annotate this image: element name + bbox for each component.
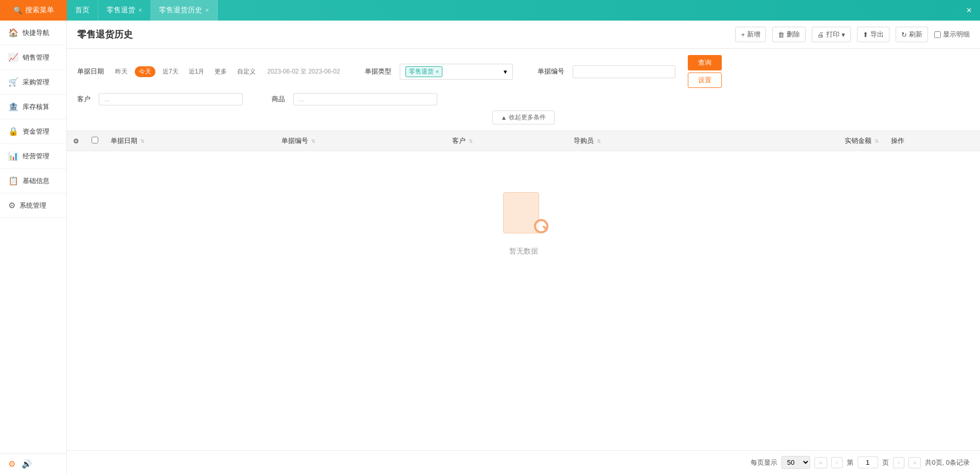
- delete-button[interactable]: 🗑 删除: [772, 27, 806, 42]
- table-header-row: ⚙ 单据日期 ⇅ 单据编号 ⇅ 客户: [67, 131, 980, 151]
- export-icon: ⬆: [863, 31, 868, 39]
- tab-retail-return[interactable]: 零售退货 ×: [98, 0, 151, 21]
- doc-shape: [503, 192, 539, 233]
- table-col-guide[interactable]: 导购员 ⇅: [567, 131, 714, 151]
- sidebar-item-finance[interactable]: 🔒 资金管理: [0, 119, 66, 144]
- table-col-number-sort-icon: ⇅: [311, 138, 315, 144]
- date-btn-today[interactable]: 今天: [135, 66, 155, 77]
- table-area: ⚙ 单据日期 ⇅ 单据编号 ⇅ 客户: [67, 131, 980, 450]
- last-page-button[interactable]: »: [908, 457, 921, 468]
- refresh-icon: ↻: [901, 31, 907, 39]
- tab-retail-return-label: 零售退货: [106, 6, 135, 15]
- filter-actions: 查询 设置: [684, 55, 722, 88]
- print-button[interactable]: 🖨 打印 ▾: [812, 27, 851, 42]
- date-btn-custom[interactable]: 自定义: [234, 66, 259, 77]
- customer-selector[interactable]: ...: [99, 93, 243, 105]
- table-col-customer-label: 客户: [452, 137, 466, 144]
- page-header: 零售退货历史 + 新增 🗑 删除 🖨 打印 ▾ ⬆ 导出: [67, 21, 980, 49]
- type-tag-remove[interactable]: ×: [436, 68, 439, 75]
- sidebar-item-operations-label: 经营管理: [23, 152, 49, 161]
- table-col-amount-label: 实销金额: [845, 137, 871, 144]
- prev-page-button[interactable]: ‹: [831, 457, 843, 468]
- sidebar-item-sales[interactable]: 📈 销售管理: [0, 45, 66, 70]
- goods-filter-label: 商品: [272, 95, 285, 104]
- table-col-customer[interactable]: 客户 ⇅: [446, 131, 567, 151]
- page-title: 零售退货历史: [77, 28, 133, 41]
- sales-icon: 📈: [8, 52, 19, 62]
- collapse-up-icon: ▲: [501, 114, 507, 121]
- goods-placeholder: ...: [299, 96, 304, 103]
- number-filter-input[interactable]: [573, 65, 675, 78]
- tab-home[interactable]: 首页: [67, 0, 98, 21]
- sidebar-item-quicknav-label: 快捷导航: [23, 28, 49, 38]
- date-btn-yesterday[interactable]: 昨天: [112, 66, 131, 77]
- refresh-button[interactable]: ↻ 刷新: [896, 27, 928, 42]
- top-bar: 🔍 搜索菜单 首页 零售退货 × 零售退货历史 × ×: [0, 0, 980, 21]
- date-filters: 昨天 今天 近7天 近1月 更多 自定义: [112, 66, 259, 77]
- filter-settings-button[interactable]: 设置: [688, 72, 722, 88]
- filter-row-1: 单据日期 昨天 今天 近7天 近1月 更多 自定义 2023-06-02 至 2…: [77, 55, 970, 88]
- sidebar-item-system-label: 系统管理: [20, 201, 46, 210]
- table-col-amount[interactable]: 实销金额 ⇅: [714, 131, 884, 151]
- new-button[interactable]: + 新增: [735, 27, 766, 42]
- next-page-button[interactable]: ›: [893, 457, 904, 468]
- page-input[interactable]: [858, 457, 878, 468]
- data-table: ⚙ 单据日期 ⇅ 单据编号 ⇅ 客户: [67, 131, 980, 151]
- per-page-select[interactable]: 10 20 50 100: [781, 456, 810, 469]
- table-col-checkbox[interactable]: [85, 131, 104, 151]
- sidebar-item-inventory[interactable]: 🏦 库存核算: [0, 95, 66, 119]
- sidebar-bottom: ⚙ 🔊: [0, 453, 66, 474]
- first-page-button[interactable]: «: [814, 457, 827, 468]
- export-label: 导出: [870, 30, 884, 39]
- search-icon: 🔍: [13, 6, 22, 14]
- select-all-checkbox[interactable]: [92, 137, 98, 143]
- sidebar: 🏠 快捷导航 📈 销售管理 🛒 采购管理 🏦 库存核算 🔒 资金管理 📊 经营管…: [0, 21, 67, 474]
- sidebar-item-basicinfo[interactable]: 📋 基础信息: [0, 169, 66, 193]
- sidebar-item-basicinfo-label: 基础信息: [23, 176, 49, 186]
- sidebar-item-purchase-label: 采购管理: [23, 78, 49, 87]
- purchase-icon: 🛒: [8, 77, 19, 87]
- tab-retail-return-history-label: 零售退货历史: [159, 6, 202, 15]
- sidebar-item-operations[interactable]: 📊 经营管理: [0, 144, 66, 169]
- table-col-settings[interactable]: ⚙: [67, 131, 85, 151]
- delete-label: 删除: [787, 30, 800, 39]
- date-btn-more[interactable]: 更多: [211, 66, 230, 77]
- type-selector[interactable]: 零售退货 × ▾: [400, 64, 513, 80]
- inventory-icon: 🏦: [8, 102, 19, 112]
- empty-icon: [498, 192, 549, 239]
- date-btn-7days[interactable]: 近7天: [159, 66, 182, 77]
- content-area: 零售退货历史 + 新增 🗑 删除 🖨 打印 ▾ ⬆ 导出: [67, 21, 980, 474]
- empty-text: 暂无数据: [509, 247, 538, 256]
- operations-icon: 📊: [8, 151, 19, 161]
- tab-retail-return-history[interactable]: 零售退货历史 ×: [151, 0, 218, 21]
- sidebar-item-purchase[interactable]: 🛒 采购管理: [0, 70, 66, 95]
- tab-retail-return-close[interactable]: ×: [138, 7, 142, 14]
- table-col-customer-sort-icon: ⇅: [469, 138, 473, 144]
- print-label: 打印: [826, 30, 840, 39]
- close-window-button[interactable]: ×: [958, 5, 980, 16]
- export-button[interactable]: ⬆ 导出: [857, 27, 889, 42]
- date-filter-label: 单据日期: [77, 67, 104, 76]
- table-col-actions: 操作: [885, 131, 980, 151]
- settings-gear-icon[interactable]: ⚙: [8, 459, 15, 469]
- print-dropdown-icon: ▾: [842, 31, 845, 39]
- type-tag-label: 零售退货: [409, 67, 434, 76]
- per-page-label: 每页显示: [751, 458, 777, 467]
- collapse-filter-button[interactable]: ▲ 收起更多条件: [492, 111, 555, 124]
- show-detail-checkbox-label[interactable]: 显示明细: [934, 30, 970, 39]
- header-actions: + 新增 🗑 删除 🖨 打印 ▾ ⬆ 导出 ↻ 刷新: [735, 27, 970, 42]
- search-menu-area[interactable]: 🔍 搜索菜单: [0, 0, 67, 21]
- sidebar-item-quicknav[interactable]: 🏠 快捷导航: [0, 21, 66, 45]
- show-detail-checkbox[interactable]: [934, 31, 941, 38]
- sidebar-item-system[interactable]: ⚙ 系统管理: [0, 193, 66, 218]
- goods-selector[interactable]: ...: [293, 93, 437, 105]
- query-button[interactable]: 查询: [688, 55, 722, 70]
- date-btn-1month[interactable]: 近1月: [186, 66, 208, 77]
- speaker-icon[interactable]: 🔊: [22, 459, 32, 469]
- table-col-date[interactable]: 单据日期 ⇅: [104, 131, 275, 151]
- tab-retail-return-history-close[interactable]: ×: [205, 7, 209, 14]
- table-col-guide-label: 导购员: [574, 137, 594, 144]
- table-col-number[interactable]: 单据编号 ⇅: [275, 131, 446, 151]
- show-detail-label: 显示明细: [943, 30, 970, 39]
- finance-icon: 🔒: [8, 126, 19, 136]
